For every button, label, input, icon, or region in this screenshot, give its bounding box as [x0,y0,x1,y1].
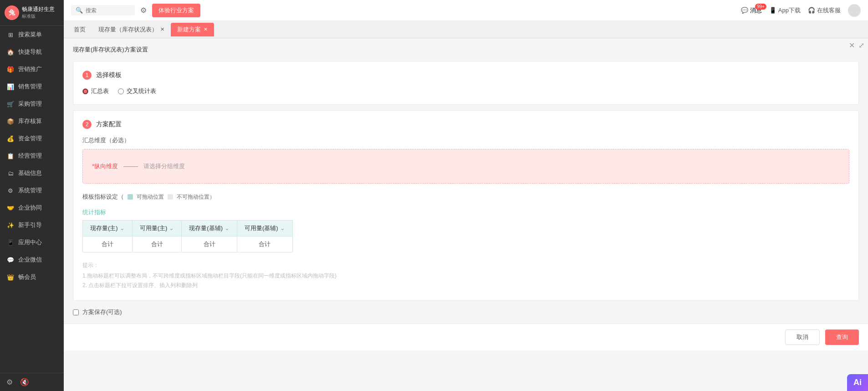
sidebar-item-label-purchase: 采购管理 [18,100,42,108]
col-header-avail-base[interactable]: 可用量(基辅)⌄ [237,221,293,237]
search-input[interactable] [86,7,122,14]
config-section: 汇总维度（必选） *纵向维度 —— 请选择分组维度 模板指标设定（ 可拖动位置 … [82,136,849,289]
main-area: 🔍 ⚙ 体验行业方案 💬 99+ 消息 📱 App下载 🎧 在线客服 首页 [64,0,868,391]
col-arrow-avail-base: ⌄ [280,225,285,232]
col-header-main-qty[interactable]: 现存量(主)⌄ [83,221,133,237]
sidebar-item-wechat[interactable]: 💬 企业微信 [0,251,64,268]
sidebar-item-operation[interactable]: 📋 经营管理 [0,147,64,165]
step2-title: 方案配置 [96,120,122,129]
stat-title: 统计指标 [82,208,849,216]
online-service-label: 在线客服 [817,6,841,15]
sidebar-logo: 兔 畅康通好生意 标准版 [0,0,64,26]
col-body-avail-base: 合计 [237,237,293,252]
message-button[interactable]: 💬 99+ 消息 [741,6,762,15]
industry-solution-button[interactable]: 体验行业方案 [152,4,200,17]
sidebar-item-label-marketing: 营销推广 [18,65,42,73]
dimension-required-label: *纵向维度 [92,162,118,170]
sidebar-item-label-sales: 销售管理 [18,82,42,91]
sidebar-item-marketing[interactable]: 🎁 营销推广 [0,61,64,78]
sidebar-item-label-cooperation: 企业协同 [18,204,42,212]
ai-badge[interactable]: Ai [847,374,868,391]
tab-inventory-status[interactable]: 现存量（库存状况表） ✕ [92,23,171,36]
sidebar-item-quick-nav[interactable]: 🏠 快捷导航 [0,43,64,61]
template-summary-option[interactable]: 汇总表 [82,87,109,95]
sound-icon[interactable]: 🔇 [20,378,29,386]
tab-home[interactable]: 首页 [67,23,92,36]
query-button[interactable]: 查询 [825,329,859,345]
member-icon: 👑 [6,273,15,281]
sidebar-item-purchase[interactable]: 🛒 采购管理 [0,95,64,113]
tips-title: 提示： [82,262,849,269]
sidebar-item-basic-info[interactable]: 🗂 基础信息 [0,165,64,182]
logo-text: 畅康通好生意 [22,6,55,13]
inventory-icon: 📦 [6,117,15,125]
panel-close-icon[interactable]: ✕ [849,41,855,50]
col-header-avail-main[interactable]: 可用量(主)⌄ [132,221,182,237]
summary-dim-label: 汇总维度（必选） [82,136,849,144]
message-badge: 99+ [755,4,766,10]
sidebar-item-member[interactable]: 👑 畅会员 [0,268,64,286]
sidebar-item-label-basic-info: 基础信息 [18,169,42,177]
phone-icon: 📱 [769,7,776,14]
cancel-button[interactable]: 取消 [785,329,820,345]
sidebar-item-cooperation[interactable]: 🤝 企业协同 [0,199,64,216]
col-header-base-qty[interactable]: 现存量(基辅)⌄ [182,221,237,237]
step2-number: 2 [82,120,92,129]
tips-section: 提示： 1.拖动标题栏可以调整布局，不可跨维度或指标区域拖动栏目字段(只能在同一… [82,262,849,289]
sidebar-item-inventory[interactable]: 📦 库存核算 [0,113,64,130]
sidebar-item-sales[interactable]: 📊 销售管理 [0,78,64,95]
message-icon: 💬 [741,7,748,14]
tip-item-0: 1.拖动标题栏可以调整布局，不可跨维度或指标区域拖动栏目字段(只能在同一维度或指… [82,272,849,280]
template-cross-radio[interactable] [118,88,124,94]
purchase-icon: 🛒 [6,100,15,108]
logo-icon: 兔 [5,5,19,20]
sidebar-scroll: ⊞ 搜索菜单🏠 快捷导航🎁 营销推广📊 销售管理🛒 采购管理📦 库存核算💰 资金… [0,26,64,373]
user-avatar[interactable] [848,4,861,17]
template-summary-label: 汇总表 [91,87,109,95]
app-download-button[interactable]: 📱 App下载 [769,6,801,15]
tab-new-scheme-label: 新建方案 [177,26,201,34]
system-icon: ⚙ [6,186,15,195]
tab-new-scheme-close-icon[interactable]: ✕ [204,26,208,32]
logo-badge: 标准版 [22,13,55,20]
sidebar-item-label-member: 畅会员 [18,273,36,281]
indicator-label: 模板指标设定（ 可拖动位置 不可拖动位置） [82,193,849,201]
col-arrow-base-qty: ⌄ [225,225,230,232]
apps-icon: 📱 [6,238,15,247]
online-service-button[interactable]: 🎧 在线客服 [808,6,841,15]
col-body-avail-main: 合计 [132,237,182,252]
finance-icon: 💰 [6,134,15,143]
draggable-badge [128,194,133,200]
save-label: 方案保存(可选) [82,308,122,316]
sidebar-item-apps[interactable]: 📱 应用中心 [0,234,64,251]
template-cross-option[interactable]: 交叉统计表 [118,87,156,95]
headset-icon: 🎧 [808,7,815,14]
template-radio-group: 汇总表 交叉统计表 [82,87,849,95]
settings-icon[interactable]: ⚙ [6,378,13,386]
panel-expand-icon[interactable]: ⤢ [858,41,864,50]
col-body-base-qty: 合计 [182,237,237,252]
template-cross-label: 交叉统计表 [127,87,156,95]
sidebar-item-label-quick-nav: 快捷导航 [18,48,42,56]
col-label-avail-main: 可用量(主) [140,225,168,232]
save-checkbox[interactable] [73,309,79,315]
sidebar-item-label-system: 系统管理 [18,186,42,195]
step1-header: 1 选择模板 [82,71,849,80]
tab-inventory-status-close-icon[interactable]: ✕ [160,26,164,32]
sidebar-item-finance[interactable]: 💰 资金管理 [0,130,64,147]
sidebar-item-search-menu[interactable]: ⊞ 搜索菜单 [0,26,64,43]
app-download-label: App下载 [778,6,801,15]
search-menu-icon: ⊞ [6,31,15,39]
col-label-avail-base: 可用量(基辅) [245,225,278,232]
stat-section: 统计指标 现存量(主)⌄可用量(主)⌄现存量(基辅)⌄可用量(基辅)⌄ 合计合计… [82,208,849,252]
sidebar-item-system[interactable]: ⚙ 系统管理 [0,182,64,199]
template-summary-radio[interactable] [82,88,88,94]
sidebar-item-guide[interactable]: ✨ 新手引导 [0,216,64,234]
step1-number: 1 [82,71,92,80]
draggable-label: 可拖动位置 [137,193,164,201]
step1-card: 1 选择模板 汇总表 交叉统计表 [73,61,859,105]
tab-new-scheme[interactable]: 新建方案 ✕ [171,23,214,36]
dimension-box[interactable]: *纵向维度 —— 请选择分组维度 [82,149,849,184]
gear-icon[interactable]: ⚙ [140,6,147,15]
topbar-search[interactable]: 🔍 [71,5,135,15]
